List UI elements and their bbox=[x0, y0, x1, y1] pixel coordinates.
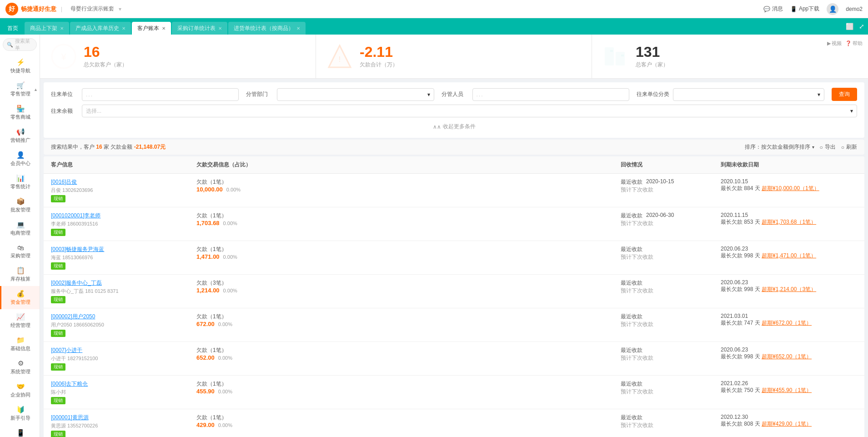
sidebar-item-marketing[interactable]: 📢 营销推广 bbox=[0, 124, 40, 147]
debt-desc: 欠款（1笔） bbox=[196, 246, 621, 253]
retail-stats-icon: 📊 bbox=[16, 174, 25, 182]
user-avatar[interactable]: 👤 bbox=[827, 3, 838, 15]
close-icon[interactable]: ✕ bbox=[296, 26, 300, 31]
due-date-cell: 2021.03.01 最长欠款 747 天 超期¥672.00（1笔） bbox=[721, 313, 857, 327]
sidebar-item-retail-shop[interactable]: 🏪 零售商城 bbox=[0, 101, 40, 124]
result-bar: 搜索结果中，客户 16 家 欠款金额 -21,148.07元 排序：按欠款金额倒… bbox=[44, 140, 864, 155]
tab-home-label: 首页 bbox=[7, 25, 18, 32]
sidebar-item-label: 库存核算 bbox=[10, 276, 30, 282]
stat-label-total: 总客户（家） bbox=[636, 61, 857, 69]
sidebar-item-finance[interactable]: 💰 资金管理 bbox=[0, 286, 40, 309]
filter-area: 往来单位 ... 分管部门 ▾ 分管人员 ... bbox=[44, 82, 864, 138]
col-debt-info: 欠款交易信息（占比） bbox=[196, 161, 621, 169]
overdue-link[interactable]: 超期¥672.00（1笔） bbox=[762, 320, 812, 326]
table-row: [0002]服务中心_丁磊 服务中心_丁磊 181 0125 8371 现销 欠… bbox=[44, 275, 864, 308]
business-icon: 📈 bbox=[16, 313, 25, 321]
next-collect-label: 预计下次收款 bbox=[621, 220, 721, 227]
export-btn[interactable]: ○ 导出 bbox=[820, 143, 836, 151]
sort-label: 排序：按欠款金额倒序排序 bbox=[745, 143, 810, 151]
tab-purchase[interactable]: 采购订单统计表 ✕ bbox=[172, 22, 227, 35]
customer-name-link[interactable]: [000002]用户2050 bbox=[51, 313, 196, 321]
sidebar-item-purchase[interactable]: 🛍 采购管理 bbox=[0, 240, 40, 263]
minimize-icon[interactable]: ⬜ bbox=[844, 22, 855, 31]
sidebar-item-business[interactable]: 📈 经营管理 bbox=[0, 309, 40, 332]
message-label: 消息 bbox=[772, 5, 783, 13]
svg-text:!: ! bbox=[339, 55, 341, 63]
stat-value-debtor: 16 bbox=[84, 45, 305, 59]
due-date-cell: 2021.02.26 最长欠款 750 天 超期¥455.90（1笔） bbox=[721, 380, 857, 394]
refresh-label: 刷新 bbox=[846, 143, 857, 151]
person-input[interactable]: ... bbox=[472, 88, 629, 101]
overdue-link[interactable]: 超期¥1,471.00（1笔） bbox=[762, 252, 816, 259]
user-name: demo2 bbox=[846, 6, 863, 12]
sidebar-item-retail-stats[interactable]: 📊 零售统计 bbox=[0, 171, 40, 194]
message-btn[interactable]: 💬 消息 bbox=[763, 5, 783, 13]
overdue-days: 最长欠款 998 天 bbox=[721, 353, 760, 360]
sidebar-item-system[interactable]: ⚙ 系统管理 bbox=[0, 356, 40, 379]
sidebar-search[interactable]: 🔍 搜索菜单 bbox=[3, 38, 37, 51]
customer-phone: 黄思源 13552700226 bbox=[51, 422, 196, 429]
app-download-btn[interactable]: 📱 App下载 bbox=[790, 5, 819, 13]
overdue-link[interactable]: 超期¥455.90（1笔） bbox=[762, 387, 812, 393]
overdue-days: 最长欠款 808 天 bbox=[721, 421, 760, 427]
close-icon[interactable]: ✕ bbox=[60, 26, 64, 31]
sidebar-item-batch-mgmt[interactable]: 📦 批发管理 bbox=[0, 194, 40, 217]
overdue-link[interactable]: 超期¥429.00（1笔） bbox=[762, 421, 812, 427]
sidebar-item-label: 电商管理 bbox=[10, 230, 30, 236]
sidebar-item-quick[interactable]: ⚡ 快捷导航 bbox=[0, 55, 40, 78]
sidebar-item-member[interactable]: 👤 会员中心 bbox=[0, 147, 40, 171]
tab-home[interactable]: 首页 bbox=[2, 22, 24, 35]
customer-name-link[interactable]: [0016]吕俊 bbox=[51, 178, 196, 186]
close-icon[interactable]: ✕ bbox=[218, 26, 222, 31]
table-row: [0006]去下粮仓 陈小邦 现销 欠款（1笔） 455.900.00% 最近收… bbox=[44, 376, 864, 409]
sidebar-item-label: 新手引导 bbox=[10, 415, 30, 422]
refresh-btn[interactable]: ○ 刷新 bbox=[841, 143, 857, 151]
purchase-icon: 🛍 bbox=[17, 244, 24, 251]
customer-name-link[interactable]: [0007]小进干 bbox=[51, 347, 196, 354]
overdue-link[interactable]: 超期¥10,000.00（1笔） bbox=[762, 185, 819, 191]
sidebar-item-retail-mgmt[interactable]: 🛒 零售管理 ▲ bbox=[0, 78, 40, 101]
balance-select[interactable]: 选择... ▾ bbox=[82, 105, 857, 117]
debt-cell: 欠款（1笔） 672.000.00% bbox=[196, 313, 621, 327]
collapse-row[interactable]: ∧∧ 收起更多条件 bbox=[51, 121, 857, 132]
sidebar-item-newguide[interactable]: 🔰 新手引导 bbox=[0, 402, 40, 425]
unit-class-select[interactable]: ▾ bbox=[673, 88, 824, 101]
sidebar-item-enterprise[interactable]: 🤝 企业协同 bbox=[0, 379, 40, 402]
sidebar: 🔍 搜索菜单 ⚡ 快捷导航 🛒 零售管理 ▲ 🏪 零售商城 📢 营销推广 👤 会… bbox=[0, 35, 40, 437]
help-btn[interactable]: ❓ 帮助 bbox=[845, 40, 863, 47]
tab-goods[interactable]: 商品上下架 ✕ bbox=[25, 22, 69, 35]
source-unit-input[interactable]: ... bbox=[82, 88, 239, 101]
sidebar-item-appcenter[interactable]: 📱 应用中心 bbox=[0, 425, 40, 437]
customer-name-link[interactable]: [0001020001]李老师 bbox=[51, 212, 196, 220]
sidebar-item-label: 基础信息 bbox=[10, 345, 30, 352]
sidebar-item-label: 快捷导航 bbox=[10, 67, 30, 74]
filter-unit-class: 往来单位分类 ▾ bbox=[637, 88, 824, 101]
video-btn[interactable]: ▶ 视频 bbox=[827, 40, 842, 47]
last-collect-label: 最近收款 bbox=[621, 347, 642, 354]
customer-name-link[interactable]: [0003]畅捷服务尹海蓝 bbox=[51, 246, 196, 253]
sidebar-item-ecommerce[interactable]: 💻 电商管理 bbox=[0, 217, 40, 240]
tab-customer[interactable]: 客户账本 ✕ bbox=[132, 22, 171, 35]
maximize-icon[interactable]: ⤢ bbox=[857, 22, 866, 31]
customer-name-link[interactable]: [000001]黄思源 bbox=[51, 414, 196, 422]
debt-cell: 欠款（3笔） 1,214.000.00% bbox=[196, 279, 621, 294]
overdue-link[interactable]: 超期¥1,703.68（1笔） bbox=[762, 219, 816, 225]
close-icon[interactable]: ✕ bbox=[162, 26, 166, 31]
customer-name-link[interactable]: [0002]服务中心_丁磊 bbox=[51, 279, 196, 287]
search-button[interactable]: 查询 bbox=[832, 88, 857, 101]
sidebar-item-inventory[interactable]: 📋 库存核算 bbox=[0, 263, 40, 286]
debt-cell: 欠款（1笔） 1,471.000.00% bbox=[196, 246, 621, 260]
finance-icon: 💰 bbox=[16, 290, 25, 298]
close-icon[interactable]: ✕ bbox=[122, 26, 125, 31]
tab-production[interactable]: 产成品入库单历史 ✕ bbox=[70, 22, 131, 35]
debt-desc: 欠款（1笔） bbox=[196, 313, 621, 321]
balance-placeholder: 选择... bbox=[86, 107, 101, 115]
customer-name-link[interactable]: [0006]去下粮仓 bbox=[51, 380, 196, 388]
last-collect-label: 最近收款 bbox=[621, 246, 642, 253]
overdue-link[interactable]: 超期¥652.00（1笔） bbox=[762, 353, 812, 360]
tab-inventory[interactable]: 进货单统计表（按商品） ✕ bbox=[228, 22, 306, 35]
dept-select[interactable]: ▾ bbox=[277, 88, 434, 101]
sort-select[interactable]: 排序：按欠款金额倒序排序 ▾ bbox=[745, 143, 814, 151]
overdue-link[interactable]: 超期¥1,214.00（3笔） bbox=[762, 286, 816, 292]
sidebar-item-basic[interactable]: 📁 基础信息 bbox=[0, 332, 40, 356]
